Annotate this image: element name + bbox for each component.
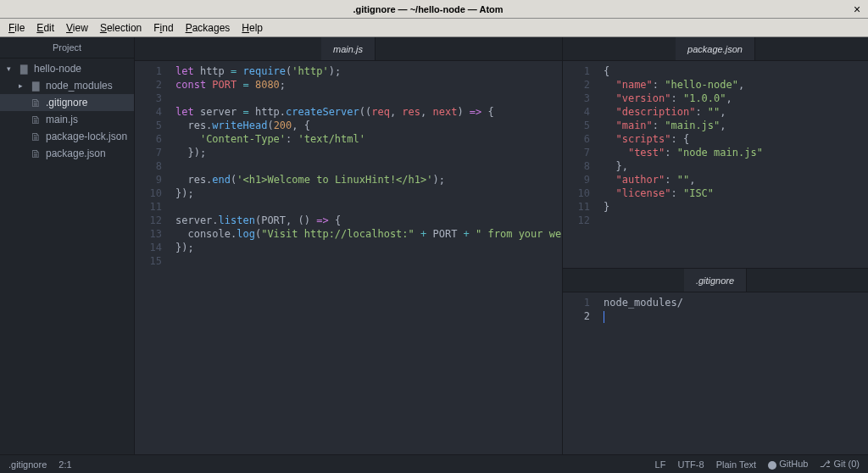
menubar: File Edit View Selection Find Packages H…	[0, 19, 868, 37]
file-icon: 🗎	[30, 114, 42, 125]
close-icon[interactable]: ×	[851, 3, 863, 16]
window-title: .gitignore — ~/hello-node — Atom	[5, 4, 851, 14]
tree-item-main-js[interactable]: 🗎main.js	[0, 111, 134, 128]
window-titlebar: .gitignore — ~/hello-node — Atom ×	[0, 0, 868, 19]
project-header: Project	[0, 37, 134, 58]
file-tree: ▾▇hello-node▸▇node_modules🗎.gitignore🗎ma…	[0, 58, 134, 454]
folder-icon: ▇	[18, 63, 30, 75]
tree-item-hello-node[interactable]: ▾▇hello-node	[0, 60, 134, 77]
menu-file[interactable]: File	[3, 20, 30, 36]
editors: main.js 123456789101112131415 let http =…	[134, 37, 868, 454]
status-git[interactable]: ⎇ Git (0)	[820, 459, 860, 470]
file-icon: 🗎	[30, 97, 42, 109]
tree-item-label: package-lock.json	[46, 131, 127, 142]
left-pane: main.js 123456789101112131415 let http =…	[134, 37, 562, 454]
menu-selection[interactable]: Selection	[95, 20, 147, 36]
github-icon	[768, 461, 776, 470]
tree-item-label: hello-node	[34, 63, 81, 75]
status-encoding[interactable]: UTF-8	[677, 459, 704, 470]
file-icon: 🗎	[30, 131, 42, 142]
tabbar-right-top: package.json	[563, 37, 868, 61]
chevron-icon: ▸	[19, 81, 25, 90]
menu-view[interactable]: View	[61, 20, 93, 36]
status-line-ending[interactable]: LF	[655, 459, 666, 470]
right-top-pane: package.json 123456789101112 { "name": "…	[563, 37, 868, 269]
folder-icon: ▇	[30, 80, 42, 92]
tree-item-label: .gitignore	[46, 97, 87, 109]
tree-item-label: main.js	[46, 114, 78, 125]
status-file[interactable]: .gitignore	[8, 459, 47, 470]
status-github[interactable]: GitHub	[768, 459, 808, 469]
right-pane: package.json 123456789101112 { "name": "…	[562, 37, 868, 454]
right-bottom-pane: .gitignore 12 node_modules/	[563, 269, 868, 454]
editor-packagejson[interactable]: 123456789101112 { "name": "hello-node", …	[563, 61, 868, 268]
tree-item-package-lock-json[interactable]: 🗎package-lock.json	[0, 128, 134, 145]
tab-mainjs[interactable]: main.js	[321, 37, 376, 60]
project-sidebar: Project ▾▇hello-node▸▇node_modules🗎.giti…	[0, 37, 134, 454]
menu-help[interactable]: Help	[236, 20, 268, 36]
status-grammar[interactable]: Plain Text	[716, 459, 757, 470]
menu-find[interactable]: Find	[148, 20, 178, 36]
menu-packages[interactable]: Packages	[181, 20, 236, 36]
tree-item-label: package.json	[46, 147, 106, 159]
menu-edit[interactable]: Edit	[31, 20, 59, 36]
tree-item--gitignore[interactable]: 🗎.gitignore	[0, 94, 134, 111]
editor-gitignore[interactable]: 12 node_modules/	[563, 292, 868, 454]
tabbar-left: main.js	[135, 37, 562, 61]
tab-packagejson[interactable]: package.json	[676, 37, 755, 60]
chevron-icon: ▾	[7, 64, 14, 73]
file-icon: 🗎	[30, 147, 42, 159]
editor-mainjs[interactable]: 123456789101112131415 let http = require…	[135, 61, 562, 454]
main-area: Project ▾▇hello-node▸▇node_modules🗎.giti…	[0, 37, 868, 454]
statusbar: .gitignore 2:1 LF UTF-8 Plain Text GitHu…	[0, 454, 868, 473]
tree-item-node_modules[interactable]: ▸▇node_modules	[0, 77, 134, 94]
status-cursor-pos[interactable]: 2:1	[58, 459, 71, 470]
tree-item-label: node_modules	[46, 80, 113, 92]
tab-gitignore[interactable]: .gitignore	[684, 269, 747, 292]
tree-item-package-json[interactable]: 🗎package.json	[0, 145, 134, 162]
tabbar-right-bot: .gitignore	[563, 269, 868, 292]
